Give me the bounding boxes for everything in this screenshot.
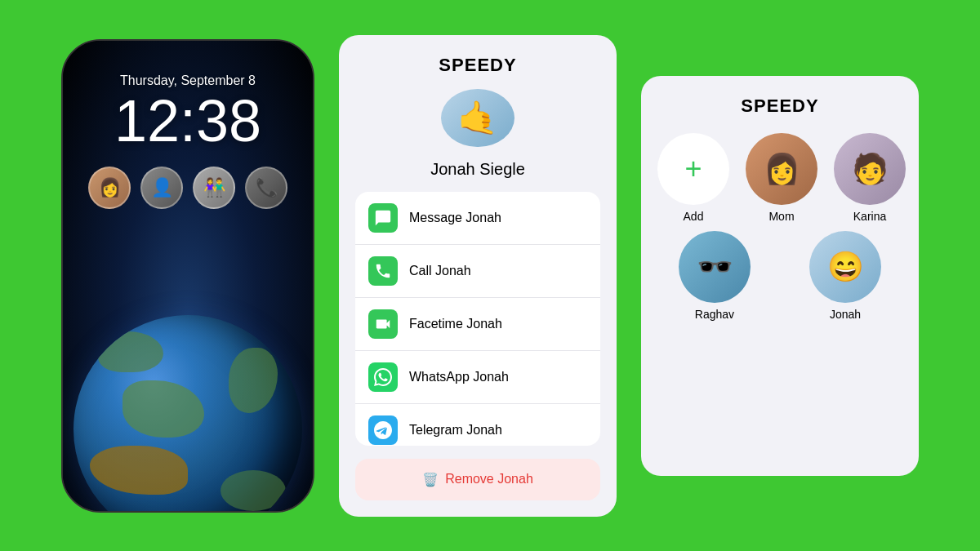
phone-panel: Thursday, September 8 12:38 👩 👤 👫 📞 <box>61 39 314 513</box>
speedy-title-middle: SPEEDY <box>439 55 516 76</box>
speedy-panel-right: SPEEDY + Add 👩 Mom 🧑 Karina 🕶️ Raghav 😄 … <box>641 76 919 476</box>
trash-icon: 🗑️ <box>422 472 439 487</box>
add-button-circle[interactable]: + <box>657 133 729 205</box>
name-raghav: Raghav <box>695 308 734 321</box>
facetime-icon <box>368 309 398 339</box>
phone-contact-1[interactable]: 👩 <box>88 167 131 209</box>
remove-button[interactable]: 🗑️ Remove Jonah <box>355 459 600 500</box>
name-mom: Mom <box>768 210 794 223</box>
remove-label: Remove Jonah <box>445 472 533 487</box>
avatar-mom: 👩 <box>746 133 817 205</box>
contacts-grid-row1: + Add 👩 Mom 🧑 Karina <box>657 133 902 223</box>
contact-jonah[interactable]: 😄 Jonah <box>788 231 902 321</box>
action-call-label: Call Jonah <box>409 264 471 278</box>
phone-date: Thursday, September 8 <box>120 73 256 88</box>
action-call[interactable]: Call Jonah <box>355 245 600 298</box>
phone-contacts: 👩 👤 👫 📞 <box>88 167 287 209</box>
contact-karina[interactable]: 🧑 Karina <box>834 133 906 223</box>
avatar-jonah: 😄 <box>809 231 881 303</box>
action-message-label: Message Jonah <box>409 211 501 225</box>
contacts-grid-row2: 🕶️ Raghav 😄 Jonah <box>657 231 902 321</box>
phone-contact-4[interactable]: 📞 <box>245 167 287 209</box>
phone-contact-3[interactable]: 👫 <box>193 167 235 209</box>
add-contact-cell[interactable]: + Add <box>657 133 729 223</box>
action-telegram[interactable]: Telegram Jonah <box>355 404 600 445</box>
contact-mom[interactable]: 👩 Mom <box>746 133 817 223</box>
speedy-panel-middle: SPEEDY 🤙 Jonah Siegle Message Jonah Call… <box>339 35 617 517</box>
avatar-raghav: 🕶️ <box>679 231 751 303</box>
avatar-karina: 🧑 <box>834 133 906 205</box>
action-facetime-label: Facetime Jonah <box>409 317 502 331</box>
action-telegram-label: Telegram Jonah <box>409 423 502 438</box>
action-message[interactable]: Message Jonah <box>355 192 600 245</box>
name-karina: Karina <box>853 210 886 223</box>
message-icon <box>368 203 398 233</box>
phone-contact-2[interactable]: 👤 <box>140 167 183 209</box>
contact-name-middle: Jonah Siegle <box>430 160 525 179</box>
whatsapp-icon <box>368 362 398 392</box>
contact-raghav[interactable]: 🕶️ Raghav <box>657 231 772 321</box>
action-whatsapp-label: WhatsApp Jonah <box>409 370 509 384</box>
action-facetime[interactable]: Facetime Jonah <box>355 298 600 351</box>
action-whatsapp[interactable]: WhatsApp Jonah <box>355 351 600 404</box>
actions-card: Message Jonah Call Jonah Facetime Jonah <box>355 192 600 445</box>
telegram-icon <box>368 415 398 445</box>
name-jonah: Jonah <box>830 308 861 321</box>
call-icon <box>368 256 398 286</box>
add-label: Add <box>684 210 704 223</box>
phone-time: 12:38 <box>114 91 261 150</box>
earth-globe <box>74 315 302 513</box>
speedy-title-right: SPEEDY <box>741 96 818 117</box>
contact-avatar-middle: 🤙 <box>441 89 514 148</box>
